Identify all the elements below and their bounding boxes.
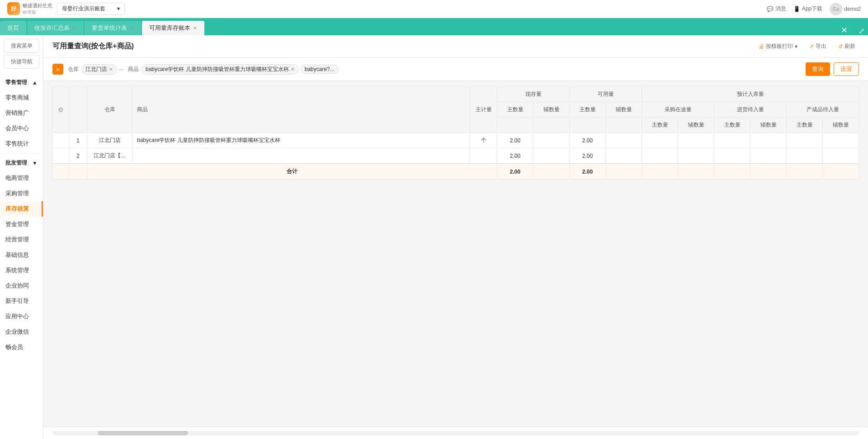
th-cs-main xyxy=(497,118,533,133)
top-bar-right: 💬 消息 📱 App下载 Ea demo2 xyxy=(767,3,861,15)
sidebar-item-inventory[interactable]: 库存核算 xyxy=(0,201,43,217)
print-btn[interactable]: 🖨 按模板打印 ▾ xyxy=(755,41,801,52)
td-prod-main-2 xyxy=(787,148,823,164)
sidebar-item-member[interactable]: 会员中心 xyxy=(0,121,43,136)
td-prod-aux-2 xyxy=(823,148,859,164)
warehouse-tag-0[interactable]: 江北门店 ✕ xyxy=(81,64,117,75)
th-current-main-qty: 主数量 xyxy=(497,102,533,118)
th-gear: ⚙ xyxy=(53,87,69,133)
sidebar-item-retail-stats[interactable]: 零售统计 xyxy=(0,136,43,151)
content-area: 可用量查询(按仓库+商品) 🖨 按模板打印 ▾ ↗ 导出 ↺ 刷新 » xyxy=(43,35,868,439)
remove-warehouse-tag[interactable]: ✕ xyxy=(109,66,113,72)
close-all-tabs[interactable]: ✕ xyxy=(837,25,851,35)
sidebar-item-operations[interactable]: 经营管理 xyxy=(0,232,43,247)
data-table: ⚙ 仓库 商品 主计量 现存量 可用量 预计入库量 xyxy=(52,86,859,179)
search-menu-btn[interactable]: 搜索菜单 xyxy=(4,39,39,53)
warehouse-filter: 仓库 江北门店 ✕ ··· xyxy=(68,64,123,75)
sidebar-item-wholesale-mgmt[interactable]: 批发管理 ▼ xyxy=(0,156,43,170)
expand-tabs-icon[interactable]: ⤢ xyxy=(855,27,868,35)
sidebar-item-purchase[interactable]: 采购管理 xyxy=(0,186,43,201)
sidebar-item-retail-mgmt[interactable]: 零售管理 ▲ xyxy=(0,75,43,90)
nav-tabs: 首页 收发存汇总表 ✕ 要货单统计表 ✕ 可用量库存账本 ✕ ✕ ⤢ xyxy=(0,18,868,35)
top-bar: 好 畅捷通好生意 标准版 母婴行业演示账套 ▾ 💬 消息 📱 App下载 Ea … xyxy=(0,0,868,18)
export-icon: ↗ xyxy=(809,43,814,50)
sidebar-item-system[interactable]: 系统管理 xyxy=(0,263,43,278)
sidebar-item-enterprise-wechat[interactable]: 企业微信 xyxy=(0,324,43,340)
logo-icon: 好 xyxy=(7,2,20,15)
sidebar-item-vip[interactable]: 畅会员 xyxy=(0,340,43,355)
td-pur-main-1 xyxy=(642,133,678,148)
logo-text: 畅捷通好生意 xyxy=(23,2,52,9)
product-tag-1[interactable]: babycare?... xyxy=(301,65,339,74)
td-unit-1: 个 xyxy=(470,133,497,148)
th-main-unit: 主计量 xyxy=(470,87,497,133)
sidebar-item-marketing[interactable]: 营销推广 xyxy=(0,105,43,121)
sidebar-item-retail-mall[interactable]: 零售商城 xyxy=(0,90,43,105)
close-tab-available-stock[interactable]: ✕ xyxy=(193,25,197,31)
sidebar-item-newbie[interactable]: 新手引导 xyxy=(0,293,43,309)
quick-nav-btn[interactable]: 快捷导航 xyxy=(4,55,39,69)
sidebar-item-enterprise-collab[interactable]: 企业协同 xyxy=(0,278,43,293)
warehouse-more[interactable]: ··· xyxy=(119,66,123,72)
tab-order-stats[interactable]: 要货单统计表 ✕ xyxy=(85,21,141,35)
message-btn[interactable]: 💬 消息 xyxy=(767,5,786,13)
td-summary-curr-aux xyxy=(533,164,570,179)
th-av-aux xyxy=(606,118,642,133)
export-btn[interactable]: ↗ 导出 xyxy=(806,41,830,52)
td-summary-inc-main xyxy=(714,164,750,179)
td-pur-aux-2 xyxy=(678,148,714,164)
filter-actions: 查询 设置 xyxy=(806,62,859,76)
print-arrow-icon: ▾ xyxy=(795,43,797,50)
remove-product-tag-0[interactable]: ✕ xyxy=(291,66,295,72)
message-icon: 💬 xyxy=(767,6,774,12)
table-scroll[interactable]: ⚙ 仓库 商品 主计量 现存量 可用量 预计入库量 xyxy=(52,86,859,179)
td-summary-prod-aux xyxy=(823,164,859,179)
settings-btn[interactable]: 设置 xyxy=(834,62,859,76)
td-inc-aux-1 xyxy=(750,133,787,148)
chevron-down-icon: ▼ xyxy=(32,160,38,166)
td-summary-curr-main: 2.00 xyxy=(497,164,533,179)
th-product: 商品 xyxy=(132,87,470,133)
sidebar-divider-1 xyxy=(0,153,43,154)
main-layout: 搜索菜单 快捷导航 零售管理 ▲ 零售商城 营销推广 会员中心 零售统计 批发管… xyxy=(0,35,868,439)
tab-receipt-summary[interactable]: 收发存汇总表 ✕ xyxy=(27,21,84,35)
td-summary-avail-aux xyxy=(606,164,642,179)
refresh-btn[interactable]: ↺ 刷新 xyxy=(835,41,859,52)
sidebar-item-ecommerce[interactable]: 电商管理 xyxy=(0,170,43,186)
td-avail-main-1: 2.00 xyxy=(570,133,606,148)
tab-available-stock[interactable]: 可用量库存账本 ✕ xyxy=(142,21,204,35)
expand-filter-btn[interactable]: » xyxy=(52,64,63,75)
gear-settings-icon[interactable]: ⚙ xyxy=(58,106,64,113)
td-curr-main-2: 2.00 xyxy=(497,148,533,164)
user-area[interactable]: Ea demo2 xyxy=(830,3,861,15)
td-avail-aux-2 xyxy=(606,148,642,164)
product-tag-0[interactable]: babycare学饮杯 儿童防摔防撞吸管杯重力球吸嘴杯宝宝水杯 ✕ xyxy=(142,64,299,75)
close-tab-receipt-summary[interactable]: ✕ xyxy=(72,25,76,31)
td-summary-avail-main: 2.00 xyxy=(570,164,606,179)
app-download-btn[interactable]: 📱 App下载 xyxy=(793,5,822,13)
sidebar-item-finance[interactable]: 资金管理 xyxy=(0,217,43,232)
scrollbar-thumb[interactable] xyxy=(98,431,188,435)
td-curr-aux-2 xyxy=(533,148,570,164)
th-current-stock: 现存量 xyxy=(497,87,570,102)
sidebar-item-basic-info[interactable]: 基础信息 xyxy=(0,247,43,263)
th-purchase-in-transit: 采购在途量 xyxy=(642,102,714,118)
industry-selector[interactable]: 母婴行业演示账套 ▾ xyxy=(57,3,125,15)
th-pur-aux: 辅数量 xyxy=(678,118,714,133)
warehouse-label: 仓库 xyxy=(68,66,79,73)
table-row: 2 江北门店【... 2.00 2.00 xyxy=(53,148,859,164)
summary-row: 合计 2.00 2.00 xyxy=(53,164,859,179)
td-curr-main-1: 2.00 xyxy=(497,133,533,148)
sidebar-item-app-center[interactable]: 应用中心 xyxy=(0,309,43,324)
chevron-icon: ▲ xyxy=(32,80,38,86)
th-pur-main: 主数量 xyxy=(642,118,678,133)
product-tags: babycare学饮杯 儿童防摔防撞吸管杯重力球吸嘴杯宝宝水杯 ✕ babyca… xyxy=(142,64,339,75)
td-pur-aux-1 xyxy=(678,133,714,148)
horizontal-scrollbar[interactable] xyxy=(52,431,859,435)
td-product-1: babycare学饮杯 儿童防摔防撞吸管杯重力球吸嘴杯宝宝水杯 xyxy=(132,133,470,148)
close-tab-order-stats[interactable]: ✕ xyxy=(130,25,134,31)
tab-home[interactable]: 首页 xyxy=(0,21,26,35)
th-available-main-qty: 主数量 xyxy=(570,102,606,118)
sidebar-nav: 零售管理 ▲ 零售商城 营销推广 会员中心 零售统计 批发管理 ▼ 电商管理 xyxy=(0,72,43,358)
query-btn[interactable]: 查询 xyxy=(806,62,830,76)
